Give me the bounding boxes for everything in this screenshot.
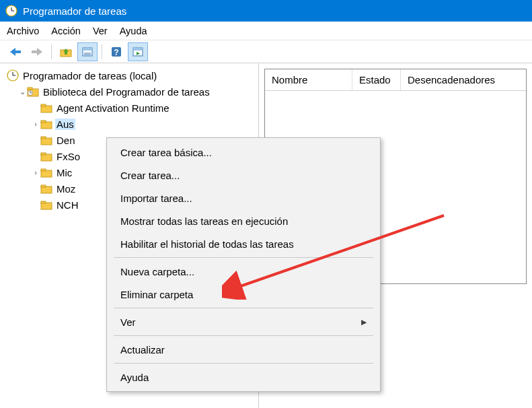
menu-enable-history[interactable]: Habilitar el historial de todas las tare… <box>108 232 379 255</box>
tree-item-label: Mic <box>55 167 73 178</box>
menu-divider-1 <box>114 257 373 258</box>
context-menu: Crear tarea básica... Crear tarea... Imp… <box>106 137 381 392</box>
column-state[interactable]: Estado <box>352 69 401 90</box>
expander-icon[interactable]: ⌄ <box>17 88 27 96</box>
folder-icon <box>40 199 52 211</box>
library-icon <box>27 86 39 98</box>
folder-icon <box>40 134 52 146</box>
column-name[interactable]: Nombre <box>265 69 352 90</box>
window-title: Programador de tareas <box>23 5 126 17</box>
menu-help[interactable]: Ayuda <box>108 366 379 388</box>
menu-divider-2 <box>114 308 373 308</box>
up-folder-button[interactable] <box>56 42 76 61</box>
menubar: Archivo Acción Ver Ayuda <box>0 22 532 40</box>
toolbar: ? <box>0 40 532 63</box>
folder-icon <box>40 150 52 162</box>
expander-icon[interactable]: › <box>31 168 40 176</box>
folder-icon <box>40 102 52 114</box>
task-scheduler-icon <box>5 5 17 17</box>
svg-rect-5 <box>83 48 92 50</box>
tree-item-label: Den <box>55 135 77 146</box>
toolbar-separator-1 <box>51 44 52 59</box>
task-scheduler-icon <box>7 69 19 81</box>
menu-show-running-tasks[interactable]: Mostrar todas las tareas en ejecución <box>108 209 379 232</box>
menu-view[interactable]: Ver▶ <box>108 310 379 333</box>
svg-rect-33 <box>41 201 46 203</box>
help-button[interactable]: ? <box>106 42 126 61</box>
back-button[interactable] <box>5 42 26 61</box>
svg-text:?: ? <box>114 47 118 57</box>
svg-rect-25 <box>41 137 46 139</box>
properties-button[interactable] <box>77 42 98 61</box>
svg-rect-21 <box>41 104 46 106</box>
menu-file[interactable]: Archivo <box>7 26 39 36</box>
tree-item-label: FxSo <box>55 151 81 162</box>
svg-rect-27 <box>41 153 46 155</box>
svg-rect-31 <box>41 185 46 187</box>
menu-help[interactable]: Ayuda <box>120 26 147 36</box>
tree-item-label: NCH <box>55 199 80 211</box>
column-triggers[interactable]: Desencadenadores <box>401 69 526 90</box>
menu-refresh[interactable]: Actualizar <box>108 338 379 361</box>
menu-action[interactable]: Acción <box>51 26 81 36</box>
chevron-right-icon: ▶ <box>361 318 367 327</box>
run-button[interactable] <box>128 42 148 61</box>
tree-library-label: Biblioteca del Programador de tareas <box>42 86 211 98</box>
svg-rect-16 <box>28 88 32 90</box>
toolbar-separator-2 <box>102 44 102 59</box>
tree-item-label: Aus <box>55 118 75 130</box>
menu-import-task[interactable]: Importar tarea... <box>108 186 379 209</box>
menu-view[interactable]: Ver <box>93 26 108 36</box>
forward-button[interactable] <box>27 42 47 61</box>
menu-new-folder[interactable]: Nueva carpeta... <box>108 260 379 283</box>
menu-delete-folder[interactable]: Eliminar carpeta <box>108 283 379 306</box>
menu-divider-4 <box>114 363 373 364</box>
tree-item[interactable]: ›Aus <box>7 116 254 132</box>
menu-create-task[interactable]: Crear tarea... <box>108 164 379 186</box>
list-header: Nombre Estado Desencadenadores <box>265 69 526 91</box>
folder-icon <box>40 118 52 130</box>
tree-root[interactable]: Programador de tareas (local) <box>7 67 254 83</box>
svg-rect-11 <box>133 48 143 50</box>
folder-icon <box>40 166 52 178</box>
svg-rect-29 <box>41 169 46 171</box>
tree-item[interactable]: Agent Activation Runtime <box>7 100 254 116</box>
titlebar: Programador de tareas <box>0 0 532 22</box>
expander-icon[interactable]: › <box>31 120 40 128</box>
tree-root-label: Programador de tareas (local) <box>22 70 158 81</box>
tree-item-label: Moz <box>55 183 77 195</box>
folder-icon <box>40 182 52 195</box>
tree-item-label: Agent Activation Runtime <box>55 102 171 114</box>
svg-rect-23 <box>41 121 46 123</box>
menu-divider-3 <box>114 335 373 336</box>
tree-library[interactable]: ⌄ Biblioteca del Programador de tareas <box>7 83 254 100</box>
menu-create-basic-task[interactable]: Crear tarea básica... <box>108 141 379 164</box>
